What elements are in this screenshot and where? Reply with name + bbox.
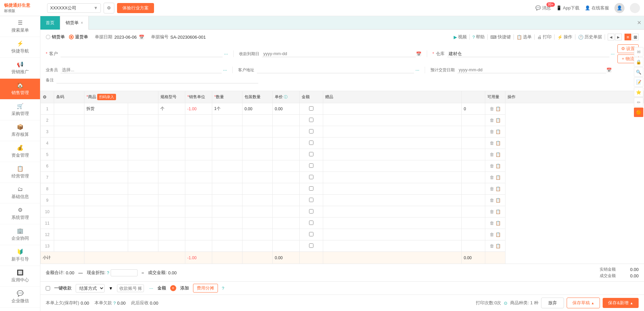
delete-row-btn[interactable]: 🗑	[490, 198, 494, 203]
delete-row-btn[interactable]: 🗑	[490, 106, 494, 111]
unit-cell[interactable]	[158, 172, 185, 183]
view-grid-btn[interactable]: ⊞	[632, 34, 639, 40]
gift-cell[interactable]	[300, 183, 323, 195]
delete-row-btn[interactable]: 🗑	[490, 141, 494, 146]
salesperson-input[interactable]	[61, 67, 222, 73]
action-history[interactable]: 🕐 历史单据	[578, 34, 602, 40]
amount-cell[interactable]	[273, 240, 300, 252]
remark-cell[interactable]	[323, 229, 462, 240]
sidebar-item-capital[interactable]: 💰 资金管理	[0, 141, 40, 162]
remark-cell[interactable]	[323, 160, 462, 172]
expense-help-icon[interactable]: ?	[222, 286, 224, 291]
nav-prev[interactable]: ◀	[608, 34, 614, 40]
product-cell[interactable]	[84, 218, 128, 229]
tab-sales-order[interactable]: 销货单 ×	[60, 16, 89, 30]
gift-cell[interactable]	[300, 149, 323, 160]
copy-row-btn[interactable]: 📋	[495, 141, 501, 146]
payment-due-input[interactable]	[262, 50, 416, 57]
sidebar-item-guide[interactable]: 🔰 新手引导	[0, 245, 40, 266]
pack-qty-cell[interactable]	[212, 218, 242, 229]
spec-cell[interactable]	[128, 103, 158, 115]
tab-home[interactable]: 首页	[40, 16, 60, 30]
delete-row-btn[interactable]: 🗑	[490, 152, 494, 157]
delete-row-btn[interactable]: 🗑	[490, 186, 494, 191]
spec-cell[interactable]	[128, 229, 158, 240]
copy-row-btn[interactable]: 📋	[495, 163, 501, 168]
remark-cell[interactable]	[323, 172, 462, 183]
save-draft-button[interactable]: 保存草稿 ▲	[567, 298, 600, 308]
product-cell[interactable]	[84, 149, 128, 160]
unit-cell[interactable]	[158, 195, 185, 206]
sidebar-item-member[interactable]: 👥 畅会员	[0, 308, 40, 311]
amount-cell[interactable]	[273, 218, 300, 229]
action-operate[interactable]: ⚡ 操作	[557, 34, 572, 40]
amount-cell[interactable]	[273, 115, 300, 126]
gift-cell[interactable]	[300, 206, 323, 218]
delete-row-btn[interactable]: 🗑	[490, 221, 494, 226]
gift-cell[interactable]	[300, 172, 323, 183]
unit-cell[interactable]	[158, 138, 185, 149]
action-video[interactable]: ▶ 视频	[454, 34, 467, 40]
unit-price-cell[interactable]	[242, 138, 273, 149]
sidebar-item-marketing[interactable]: 📢 营销推广	[0, 58, 40, 79]
spec-cell[interactable]	[128, 126, 158, 138]
nav-next[interactable]: ▶	[615, 34, 622, 40]
action-select[interactable]: 📋 选单	[517, 34, 532, 40]
qty-cell[interactable]	[185, 183, 212, 195]
action-help[interactable]: ? 帮助	[472, 34, 485, 40]
spec-cell[interactable]	[128, 240, 158, 252]
salesperson-dots-icon[interactable]: ···	[223, 67, 227, 73]
unit-cell[interactable]	[158, 149, 185, 160]
barcode-cell[interactable]	[54, 115, 84, 126]
pack-qty-cell[interactable]	[212, 115, 242, 126]
pack-qty-cell[interactable]: 1个	[212, 103, 242, 115]
qty-cell[interactable]	[185, 115, 212, 126]
product-cell[interactable]	[84, 160, 128, 172]
copy-row-btn[interactable]: 📋	[495, 209, 501, 214]
spec-cell[interactable]	[128, 138, 158, 149]
unit-cell[interactable]	[158, 115, 185, 126]
qty-cell[interactable]	[185, 240, 212, 252]
delivery-date-input[interactable]	[457, 67, 606, 73]
action-print[interactable]: 🖨 打印	[537, 34, 552, 40]
pack-qty-cell[interactable]	[212, 149, 242, 160]
remark-cell[interactable]	[323, 195, 462, 206]
spec-cell[interactable]	[128, 195, 158, 206]
warehouse-input[interactable]	[447, 50, 609, 57]
amount-cell[interactable]	[273, 149, 300, 160]
message-button[interactable]: 💬 消息 99+	[535, 5, 551, 11]
remark-cell[interactable]	[323, 138, 462, 149]
float-btn-lock[interactable]: 🔒	[634, 57, 643, 67]
delivery-calendar-icon[interactable]: 📅	[606, 68, 612, 73]
float-btn-edit[interactable]: ✏	[634, 98, 643, 107]
qty-cell[interactable]	[185, 160, 212, 172]
sidebar-item-wxbiz[interactable]: 💬 企业微信	[0, 287, 40, 308]
copy-row-btn[interactable]: 📋	[495, 198, 501, 203]
gift-cell[interactable]	[300, 240, 323, 252]
copy-row-btn[interactable]: 📋	[495, 221, 501, 226]
copy-row-btn[interactable]: 📋	[495, 118, 501, 123]
float-btn-mail[interactable]: ✉	[634, 47, 643, 56]
product-cell[interactable]	[84, 138, 128, 149]
delete-row-btn[interactable]: 🗑	[490, 175, 494, 180]
amount-cell[interactable]	[273, 206, 300, 218]
date-calendar-icon[interactable]: 📅	[139, 35, 144, 40]
delete-row-btn[interactable]: 🗑	[490, 243, 494, 248]
account-dots-icon[interactable]: ···	[149, 285, 153, 291]
gift-cell[interactable]	[300, 103, 323, 115]
product-cell[interactable]	[84, 229, 128, 240]
view-list-btn[interactable]: ≡	[624, 34, 631, 40]
barcode-cell[interactable]	[54, 160, 84, 172]
payment-account-input[interactable]	[117, 284, 144, 292]
cash-discount-input[interactable]	[111, 269, 138, 276]
barcode-cell[interactable]	[54, 240, 84, 252]
pack-qty-cell[interactable]	[212, 206, 242, 218]
amount-cell[interactable]	[273, 229, 300, 240]
user-avatar-2[interactable]	[630, 3, 640, 13]
col-settings-icon[interactable]: ⚙	[43, 94, 47, 100]
cash-discount-help[interactable]: ?	[107, 270, 109, 275]
product-cell[interactable]	[84, 126, 128, 138]
note-input[interactable]	[56, 77, 258, 83]
radio-sales-order[interactable]: 销货单	[46, 34, 65, 40]
remark-cell[interactable]	[323, 240, 462, 252]
